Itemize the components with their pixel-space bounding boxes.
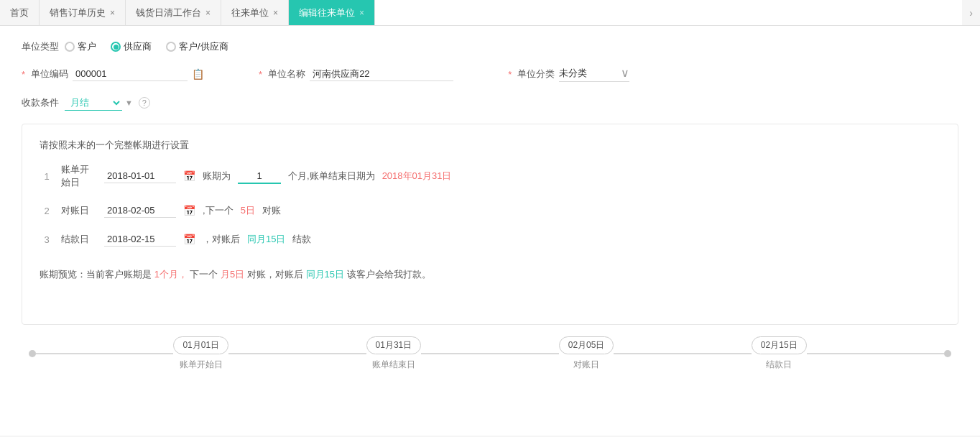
unit-code-input[interactable] [73,67,188,81]
radio-customer[interactable]: 客户 [65,40,96,53]
tab-partner[interactable]: 往来单位 × [221,0,289,25]
period-months-input[interactable] [238,169,281,184]
period-desc-2a: ,下一个 [203,204,234,217]
period-highlight-2: 5日 [241,204,255,217]
period-label-3: 结款日 [61,233,97,246]
timeline-node-1: 01月01日 账单开始日 [173,336,228,371]
period-calendar-icon-1[interactable]: 📅 [183,170,195,182]
classify-chevron-icon[interactable]: ∨ [621,66,629,80]
period-row-3: 3 结款日 📅 ，对账后 同月15日 结款 [40,232,940,247]
help-icon[interactable]: ? [139,97,150,109]
payment-terms-label: 收款条件 [22,96,59,109]
preview-text: 账期预览：当前客户账期是 1个月， 下一个 月5日 对账，对账后 同月15日 该… [40,268,940,281]
preview-section: 账期预览：当前客户账期是 1个月， 下一个 月5日 对账，对账后 同月15日 该… [40,261,940,310]
preview-pay-suffix: 该客户会给我打款。 [347,269,431,280]
timeline-seg-4 [807,353,944,354]
period-date-input-2[interactable] [104,203,176,218]
unit-code-calendar-icon[interactable]: 📋 [192,68,204,80]
timeline-seg-0 [36,353,173,354]
radio-circle-customer [65,42,75,52]
period-desc-3a: ，对账后 [203,233,240,246]
preview-prefix: 账期预览：当前客户账期是 [40,269,152,280]
unit-classify-value: 未分类 [559,67,616,80]
timeline-seg-3 [614,353,751,354]
tab-bar: 首页 销售订单历史 × 钱货日清工作台 × 往来单位 × 编辑往来单位 × › [0,0,980,26]
unit-name-group: * 单位名称 [259,67,453,81]
tab-edit-partner[interactable]: 编辑往来单位 × [289,0,375,25]
tab-close-sales-history[interactable]: × [110,8,115,18]
payment-terms-select[interactable]: 月结 [65,95,122,111]
unit-type-row: 单位类型 客户 供应商 客户/供应商 [22,40,958,53]
period-calendar-icon-2[interactable]: 📅 [183,205,195,216]
timeline-pill-3: 02月05日 [559,336,614,354]
period-label-1: 账单开始日 [61,163,97,189]
tab-home[interactable]: 首页 [0,0,40,25]
tab-overflow-arrow[interactable]: › [962,0,980,25]
preview-reconcile-prefix: 下一个 [190,269,218,280]
preview-period-highlight: 1个月， [154,269,188,280]
timeline-node-3: 02月05日 对账日 [559,336,614,371]
tab-close-partner[interactable]: × [273,8,278,18]
timeline-pill-4: 02月15日 [752,336,807,354]
timeline-wrapper: 01月01日 账单开始日 01月31日 账单结束日 02月05日 对账日 02月… [29,336,951,371]
timeline-label-4: 结款日 [766,359,792,371]
timeline-pill-1: 01月01日 [173,336,228,354]
period-num-2: 2 [40,206,54,216]
timeline-label-1: 账单开始日 [180,359,223,371]
timeline-seg-2 [421,353,558,354]
payment-terms-dropdown-group: 月结 ▼ [65,95,133,111]
unit-info-row: * 单位编码 📋 * 单位名称 * 单位分类 未分类 ∨ [22,66,958,82]
period-desc-2b: 对账 [262,204,281,217]
period-num-3: 3 [40,234,54,245]
timeline-left-dot [29,350,36,357]
radio-supplier[interactable]: 供应商 [111,40,152,53]
payment-terms-row: 收款条件 月结 ▼ ? [22,95,958,111]
unit-type-label: 单位类型 [22,40,59,53]
period-end-date-highlight: 2018年01月31日 [382,170,452,183]
period-settings-box: 请按照未来的一个完整帐期进行设置 1 账单开始日 📅 账期为 个月,账单结束日期… [22,124,958,325]
period-date-input-3[interactable] [104,232,176,247]
timeline-label-2: 账单结束日 [372,359,415,371]
period-date-input-1[interactable] [104,169,176,183]
unit-classify-group: * 单位分类 未分类 ∨ [508,66,629,82]
period-calendar-icon-3[interactable]: 📅 [183,234,195,245]
period-row-1: 1 账单开始日 📅 账期为 个月,账单结束日期为 2018年01月31日 [40,163,940,189]
period-num-1: 1 [40,171,54,182]
preview-pay-highlight: 同月15日 [306,269,344,280]
unit-classify-label: 单位分类 [517,68,555,80]
radio-both[interactable]: 客户/供应商 [166,40,228,53]
preview-reconcile-suffix: 对账，对账后 [247,269,303,280]
timeline-seg-1 [228,353,366,354]
unit-code-label: 单位编码 [31,68,68,80]
main-content: 单位类型 客户 供应商 客户/供应商 * 单位编码 📋 * [0,26,980,436]
unit-type-radio-group: 客户 供应商 客户/供应商 [65,40,228,53]
period-row-2: 2 对账日 📅 ,下一个 5日 对账 [40,203,940,218]
radio-circle-both [166,42,176,52]
unit-name-label: 单位名称 [268,68,305,80]
period-suffix-after-1: 个月,账单结束日期为 [288,170,375,183]
timeline-section: 01月01日 账单开始日 01月31日 账单结束日 02月05日 对账日 02月… [22,336,958,378]
tab-close-edit-partner[interactable]: × [359,8,364,18]
timeline-pill-2: 01月31日 [366,336,422,354]
tab-close-cash-desk[interactable]: × [205,8,211,18]
unit-code-group: * 单位编码 📋 [22,67,204,81]
period-label-2: 对账日 [61,204,97,217]
timeline-node-2: 01月31日 账单结束日 [366,336,422,371]
timeline-label-3: 对账日 [573,359,599,371]
period-desc-3b: 结款 [292,233,311,246]
preview-reconcile-highlight: 月5日 [221,269,244,280]
period-box-title: 请按照未来的一个完整帐期进行设置 [40,139,940,152]
period-suffix-before-1: 账期为 [203,170,231,183]
tab-sales-history[interactable]: 销售订单历史 × [40,0,126,25]
tab-cash-desk[interactable]: 钱货日清工作台 × [126,0,221,25]
unit-classify-dropdown[interactable]: 未分类 ∨ [559,66,629,82]
timeline-right-dot [944,350,951,357]
radio-circle-supplier [111,42,121,52]
period-highlight-3: 同月15日 [247,233,285,246]
dropdown-arrow-icon: ▼ [125,98,133,107]
timeline-node-4: 02月15日 结款日 [752,336,807,371]
unit-name-input[interactable] [310,67,453,81]
